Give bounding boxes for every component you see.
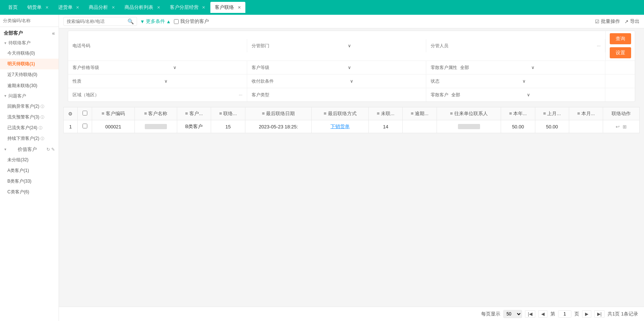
collapse-icon[interactable]: « [52, 30, 55, 36]
nav-product-analysis-list[interactable]: 商品分析列表 ✕ [120, 2, 165, 13]
col-this-month[interactable]: ≡ 本月... [569, 107, 603, 120]
batch-operation-btn[interactable]: ☑ 批量操作 [595, 18, 620, 25]
close-icon[interactable]: ✕ [202, 5, 205, 10]
col-overdue[interactable]: ≡ 逾期... [403, 107, 437, 120]
row-this-year: 50.00 [501, 120, 535, 133]
query-btn-wrap: 查询 设置 [605, 31, 635, 61]
person-label: 分管人员 [431, 43, 448, 49]
page-input[interactable] [558, 310, 571, 318]
price-level-dropdown[interactable]: ∨ [102, 65, 242, 70]
customer-level-label: 客户等级 [252, 65, 269, 71]
sidebar-item-7days[interactable]: 近7天待联络(0) [0, 69, 59, 80]
filter-row-4: 区域（地区） ··· 客户类型 零散客户 全部 ∨ [68, 88, 635, 101]
action-icon-1[interactable]: ↩ [616, 124, 620, 130]
chevron-down-icon: ∨ [350, 79, 422, 84]
col-no-contact[interactable]: ≡ 未联... [369, 107, 403, 120]
query-button[interactable]: 查询 [610, 33, 631, 44]
action-icon-2[interactable]: ⊞ [623, 124, 627, 130]
nav-customer-contact[interactable]: 客户联络 ✕ [210, 2, 245, 13]
nav-product-analysis[interactable]: 商品分析 ✕ [84, 2, 119, 13]
region-label: 区域（地区） [73, 92, 99, 98]
sidebar-search-wrap: 🔍 [0, 15, 59, 27]
customer-type-input[interactable] [272, 92, 421, 97]
col-this-year[interactable]: ≡ 本年... [501, 107, 535, 120]
table-row: 1 000021 B类客户 15 2023-05-23 18:25: 下销货单 … [64, 120, 640, 133]
sidebar-item-class-c[interactable]: C类客户(6) [0, 187, 59, 197]
nature-dropdown[interactable]: ∨ [84, 79, 242, 84]
first-page-btn[interactable]: |◀ [525, 310, 535, 318]
status-label: 状态 [431, 78, 440, 84]
next-page-btn[interactable]: ▶ [582, 310, 591, 318]
sidebar-item-overdue[interactable]: 逾期未联络(30) [0, 80, 59, 91]
sidebar-item-today[interactable]: 今天待联络(0) [0, 48, 59, 59]
sidebar-item-class-b[interactable]: B类客户(33) [0, 176, 59, 187]
nav-home[interactable]: 首页 [4, 2, 22, 13]
sidebar-item-tomorrow[interactable]: 明天待联络(1) [0, 59, 59, 69]
sidebar-item-class-a[interactable]: A类客户(1) [0, 165, 59, 176]
contact-method-link[interactable]: 下销货单 [330, 124, 350, 129]
col-type[interactable]: ≡ 客户... [177, 107, 211, 120]
dept-dropdown[interactable]: ∨ [272, 43, 421, 48]
retail-customer-dropdown[interactable]: 全部 ∨ [451, 92, 601, 98]
filter-cell-customer-level: 客户等级 ∨ [247, 61, 426, 74]
sidebar-item-declining[interactable]: 持续下滑客户(2) ⓘ [0, 133, 59, 144]
customer-level-dropdown[interactable]: ∨ [272, 65, 421, 70]
ellipsis-icon[interactable]: ··· [597, 43, 601, 48]
filter-row-1: 电话号码 分管部门 ∨ 分管人员 ··· [68, 31, 635, 61]
sidebar-search-input[interactable] [3, 18, 58, 23]
search-input[interactable] [67, 19, 126, 24]
export-btn[interactable]: ↗ 导出 [624, 18, 640, 25]
table-header-row: ⚙ ≡ 客户编码 ≡ 客户名称 ≡ 客户... ≡ 联络... ≡ 最后联络日期… [64, 107, 640, 120]
sidebar-group-pending[interactable]: 待联络客户 [0, 38, 59, 48]
nav-purchase[interactable]: 进货单 ✕ [54, 2, 84, 13]
status-dropdown[interactable]: ∨ [442, 79, 601, 84]
prev-page-btn[interactable]: ◀ [538, 310, 547, 318]
last-page-btn[interactable]: ▶| [594, 310, 605, 318]
sidebar-item-churn-warning[interactable]: 流失预警客户(3) ⓘ [0, 112, 59, 122]
col-last-contact-date[interactable]: ≡ 最后联络日期 [245, 107, 312, 120]
close-icon[interactable]: ✕ [112, 5, 115, 10]
search-icon[interactable]: 🔍 [127, 18, 134, 24]
row-select-checkbox[interactable] [83, 124, 87, 128]
sidebar-group-value[interactable]: 价值客户 ↻ ✎ [0, 144, 59, 155]
sidebar-item-churned[interactable]: 已流失客户(24) ⓘ [0, 122, 59, 133]
sidebar: 🔍 全部客户 « 待联络客户 今天待联络(0) 明天待联络(1) 近7天待联络(… [0, 15, 59, 321]
export-icon: ↗ [624, 19, 629, 24]
top-navigation: 首页 销货单 ✕ 进货单 ✕ 商品分析 ✕ 商品分析列表 ✕ 客户分层经营 ✕ … [0, 0, 644, 15]
close-icon[interactable]: ✕ [76, 5, 79, 10]
col-settings[interactable]: ⚙ [64, 107, 78, 120]
more-filter-btn[interactable]: ▼ 更多条件 ▲ [140, 18, 171, 25]
payment-dropdown[interactable]: ∨ [277, 79, 421, 84]
chevron-up-icon: ▲ [166, 19, 171, 24]
nav-sales[interactable]: 销货单 ✕ [23, 2, 53, 13]
select-all-checkbox[interactable] [83, 111, 87, 115]
col-unit-contact[interactable]: ≡ 往来单位联系人 [437, 107, 501, 120]
page-suffix: 页 [574, 311, 579, 317]
close-icon[interactable]: ✕ [157, 5, 160, 10]
my-customers-checkbox[interactable] [174, 19, 179, 24]
col-last-contact-method[interactable]: ≡ 最后联络方式 [312, 107, 369, 120]
col-name[interactable]: ≡ 客户名称 [134, 107, 177, 120]
sidebar-item-ungrouped[interactable]: 未分组(32) [0, 155, 59, 165]
sidebar-item-abnormal[interactable]: 回购异常客户(2) ⓘ [0, 101, 59, 112]
sidebar-group-problem[interactable]: 问题客户 [0, 91, 59, 101]
filter-cell-customer-type: 客户类型 [247, 88, 426, 101]
settings-button[interactable]: 设置 [610, 47, 631, 58]
col-action: 联络动作 [603, 107, 640, 120]
nav-customer-tier[interactable]: 客户分层经营 ✕ [165, 2, 210, 13]
per-page-select[interactable]: 50 100 200 [503, 310, 522, 318]
row-last-month: 50.00 [535, 120, 569, 133]
col-code[interactable]: ≡ 客户编码 [92, 107, 134, 120]
filter-cell-retail-attr: 零散客户属性 全部 ∨ [426, 61, 605, 74]
filter-cell-payment: 收付款条件 ∨ [247, 75, 426, 88]
row-contact-count: 15 [211, 120, 245, 133]
retail-attr-dropdown[interactable]: 全部 ∨ [460, 65, 601, 71]
page-label: 第 [550, 311, 555, 317]
close-icon[interactable]: ✕ [238, 5, 241, 10]
phone-input[interactable] [93, 43, 242, 48]
close-icon[interactable]: ✕ [45, 5, 49, 10]
col-contact-count[interactable]: ≡ 联络... [211, 107, 245, 120]
ellipsis-icon[interactable]: ··· [239, 92, 242, 97]
col-last-month[interactable]: ≡ 上月... [535, 107, 569, 120]
row-no-contact: 14 [369, 120, 403, 133]
